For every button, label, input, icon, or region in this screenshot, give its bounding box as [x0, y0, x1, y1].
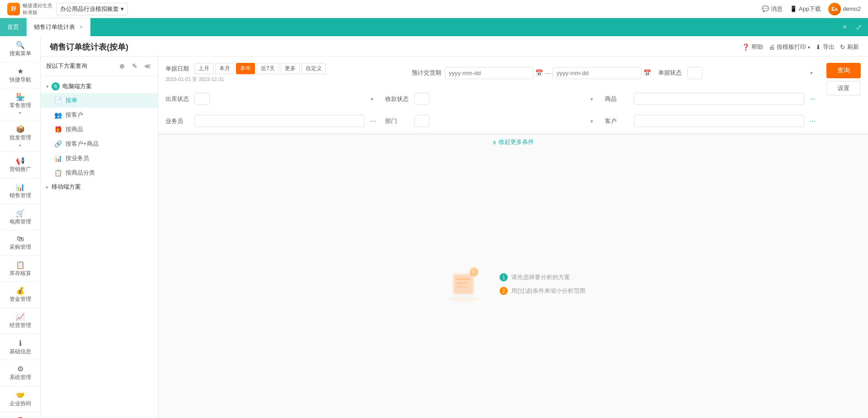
doc-status-select-wrapper	[687, 67, 818, 79]
product-input[interactable]	[634, 93, 804, 105]
filter-group-out-status: 出库状态	[165, 93, 378, 105]
collapse-panel-button[interactable]: ≪	[142, 61, 152, 71]
salesperson-more-icon[interactable]: ···	[368, 117, 378, 125]
refresh-icon: ↻	[840, 43, 845, 51]
export-button[interactable]: ⬇ 导出	[816, 43, 835, 51]
svg-rect-2	[454, 275, 473, 294]
sidebar-item-marketing[interactable]: 📢 营销推广	[0, 152, 40, 178]
doc-status-select[interactable]	[687, 67, 703, 79]
pc-group-arrow-icon: ▾	[46, 84, 49, 90]
window-close-button[interactable]: ×	[840, 22, 849, 32]
main-layout: 🔍 搜索菜单 ★ 快捷导航 🏪 零售管理 ▾ 📦 批发管理 ▴ 📢 营销推广 📊…	[0, 36, 868, 418]
add-solution-button[interactable]: ⊕	[117, 61, 127, 71]
salesperson-input[interactable]	[194, 115, 365, 127]
settings-button[interactable]: 设置	[826, 81, 861, 95]
svg-point-0	[448, 296, 479, 302]
tree-item-by-product-category[interactable]: 📋 按商品分类	[41, 166, 158, 180]
edit-solution-button[interactable]: ✎	[130, 61, 140, 71]
app-download-button[interactable]: 📱 App下载	[790, 5, 821, 13]
date-btn-this-year[interactable]: 本年	[236, 63, 255, 74]
tab-home[interactable]: 首页	[0, 18, 27, 36]
empty-tip-2: 2 用[过滤]条件来缩小分析范围	[500, 287, 585, 295]
calendar-start-icon[interactable]: 📅	[535, 69, 543, 76]
sidebar-item-wholesale[interactable]: 📦 批发管理 ▴	[0, 120, 40, 152]
by-order-icon: 📄	[54, 97, 62, 104]
sidebar-item-purchase[interactable]: 🛍 采购管理	[0, 230, 40, 256]
sidebar: 🔍 搜索菜单 ★ 快捷导航 🏪 零售管理 ▾ 📦 批发管理 ▴ 📢 营销推广 📊…	[0, 36, 41, 418]
date-btn-custom[interactable]: 自定义	[302, 63, 326, 74]
tree-group-mobile: ▸ 移动端方案	[41, 180, 158, 194]
user-avatar: Ea	[828, 3, 841, 15]
workspace-selector[interactable]: 办公用品行业模拟账套 ▾	[56, 3, 128, 15]
sidebar-item-ecommerce[interactable]: 🛒 电商管理	[0, 204, 40, 231]
query-button[interactable]: 查询	[826, 63, 861, 78]
enterprise-icon: 🤝	[16, 391, 25, 399]
by-product-category-icon: 📋	[54, 169, 62, 176]
date-separator: —	[545, 70, 551, 76]
tree-item-by-order[interactable]: 📄 按单	[41, 93, 158, 108]
tree-item-by-customer-product[interactable]: 🔗 按客户+商品	[41, 137, 158, 151]
export-icon: ⬇	[816, 43, 821, 51]
filter-group-date: 单据日期 上月 本月 本年 近7天 更多 自定义	[165, 63, 405, 83]
by-customer-icon: 👥	[54, 111, 62, 119]
sidebar-item-newbie[interactable]: 🎯 新手引导	[0, 412, 40, 418]
collapse-bar[interactable]: ∧ 收起更多条件	[158, 134, 868, 150]
product-label: 商品	[605, 95, 630, 103]
filter-row-2: 出库状态 收款状态	[165, 93, 817, 105]
tab-sales-order-stat[interactable]: 销售订单统计表 ×	[27, 18, 90, 36]
customer-more-icon[interactable]: ···	[808, 117, 817, 125]
user-menu[interactable]: Ea demo2	[828, 3, 861, 15]
tree-item-by-product[interactable]: 🎁 按商品	[41, 122, 158, 137]
ecommerce-icon: 🛒	[16, 209, 25, 218]
sidebar-item-basic[interactable]: ℹ 基础信息	[0, 334, 40, 361]
date-btn-more[interactable]: 更多	[281, 63, 300, 74]
tree-item-by-salesperson[interactable]: 📊 按业务员	[41, 151, 158, 166]
date-btn-this-month[interactable]: 本月	[215, 63, 234, 74]
empty-state: ! 1 请先选择要分析的方案 2 用[过滤]条件来缩小分析范围	[158, 150, 868, 418]
sidebar-item-system[interactable]: ⚙ 系统管理	[0, 360, 40, 386]
refresh-button[interactable]: ↻ 刷新	[840, 43, 859, 51]
sidebar-item-retail[interactable]: 🏪 零售管理 ▾	[0, 88, 40, 120]
sidebar-item-quick-nav[interactable]: ★ 快捷导航	[0, 62, 40, 89]
sidebar-item-inventory[interactable]: 📋 库存核算	[0, 256, 40, 282]
content-area: 销售订单统计表(按单) ❓ 帮助 🖨 按模板打印 ▾ ⬇ 导出	[41, 36, 868, 418]
help-button[interactable]: ❓ 帮助	[742, 43, 763, 51]
calendar-end-icon[interactable]: 📅	[643, 69, 651, 76]
tree-group-pc-header[interactable]: ▾ 电 电脑端方案	[41, 80, 158, 93]
inventory-icon: 📋	[16, 261, 25, 269]
customer-label: 客户	[605, 117, 630, 125]
sidebar-item-sales[interactable]: 📊 销售管理	[0, 178, 40, 204]
sidebar-item-enterprise[interactable]: 🤝 企业协同	[0, 386, 40, 413]
print-button[interactable]: 🖨 按模板打印 ▾	[769, 43, 810, 51]
window-maximize-button[interactable]: ⤢	[853, 22, 864, 33]
delivery-date-start-input[interactable]	[445, 67, 533, 79]
out-status-select[interactable]	[194, 93, 210, 105]
right-panel: 单据日期 上月 本月 本年 近7天 更多 自定义	[158, 57, 868, 418]
payment-status-select[interactable]	[414, 93, 429, 105]
department-select[interactable]	[414, 115, 429, 127]
tree-group-mobile-header[interactable]: ▸ 移动端方案	[41, 180, 158, 194]
customer-input[interactable]	[634, 115, 804, 127]
tree-group-pc: ▾ 电 电脑端方案 📄 按单 👥 按客户 �	[41, 80, 158, 180]
search-menu-icon: 🔍	[16, 41, 25, 49]
payment-status-select-wrapper	[414, 93, 598, 105]
filter-group-product: 商品 ···	[605, 93, 817, 105]
sidebar-item-operation[interactable]: 📈 经营管理	[0, 308, 40, 334]
tip-num-1: 1	[500, 273, 508, 281]
empty-illustration: !	[441, 261, 486, 307]
product-more-icon[interactable]: ···	[808, 95, 817, 103]
svg-rect-3	[457, 278, 470, 280]
delivery-date-end-input[interactable]	[552, 67, 641, 79]
tree-item-by-customer[interactable]: 👥 按客户	[41, 108, 158, 122]
date-btn-last-7-days[interactable]: 近7天	[257, 63, 279, 74]
tab-close-icon[interactable]: ×	[80, 24, 83, 30]
retail-icon: 🏪	[16, 93, 25, 101]
header-right: 💬 消息 📱 App下载 Ea demo2	[762, 3, 861, 15]
message-button[interactable]: 💬 消息	[762, 5, 783, 13]
sidebar-item-search-menu[interactable]: 🔍 搜索菜单	[0, 36, 40, 62]
left-panel-header: 按以下方案查询 ⊕ ✎ ≪	[41, 57, 158, 76]
sidebar-item-finance[interactable]: 💰 资金管理	[0, 282, 40, 308]
print-chevron-icon: ▾	[808, 45, 810, 50]
date-btn-last-month[interactable]: 上月	[194, 63, 213, 74]
filter-group-payment-status: 收款状态	[385, 93, 598, 105]
